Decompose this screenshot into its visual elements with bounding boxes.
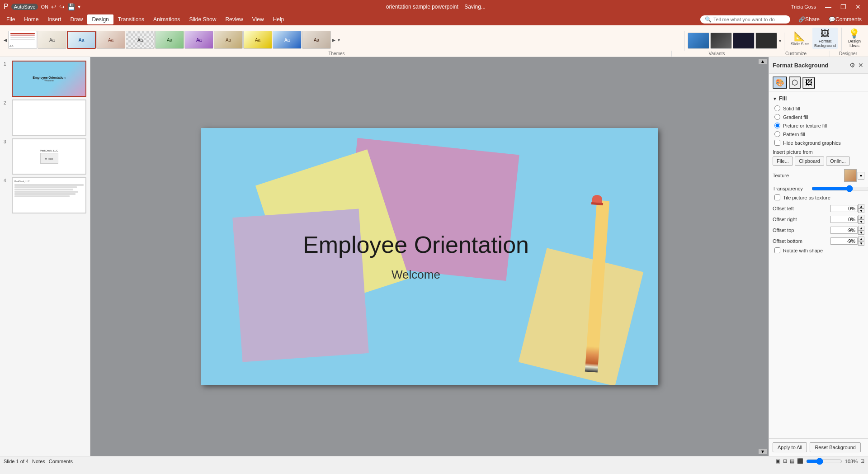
rotate-shape-checkbox[interactable] [774, 247, 780, 253]
variant-1[interactable] [688, 33, 709, 49]
tile-picture-checkbox[interactable] [774, 194, 780, 200]
format-background-ribbon-button[interactable]: 🖼 FormatBackground [812, 28, 838, 49]
slide-item-4[interactable]: 4 ParkDeck, LLC [4, 177, 86, 213]
slide-content[interactable]: Employee Orientation Welcome [280, 231, 552, 282]
variant-3[interactable] [733, 33, 755, 49]
slide-thumb-4[interactable]: ParkDeck, LLC [12, 177, 86, 213]
notes-button[interactable]: Notes [32, 459, 45, 464]
menu-help[interactable]: Help [269, 14, 289, 24]
picture-fill-radio[interactable] [774, 123, 780, 128]
menu-insert[interactable]: Insert [43, 14, 66, 24]
offset-left-input[interactable]: 0% [830, 205, 858, 212]
solid-fill-option[interactable]: Solid fill [773, 105, 864, 111]
texture-dropdown[interactable]: ▾ [858, 172, 864, 180]
variant-2[interactable] [710, 33, 732, 49]
share-button[interactable]: 🔗 Share [794, 14, 824, 24]
theme-2[interactable]: Aa [38, 31, 66, 49]
reset-background-button[interactable]: Reset Background [810, 442, 861, 452]
hide-background-checkbox[interactable] [774, 140, 780, 146]
theme-8[interactable]: Aa [214, 31, 243, 49]
offset-left-down[interactable]: ▼ [858, 209, 864, 213]
canvas-scroll-up[interactable]: ▲ [759, 59, 767, 64]
slide-thumb-3[interactable]: ParkDeck, LLC ★ logo [12, 138, 86, 175]
theme-10[interactable]: Aa [273, 31, 302, 49]
pattern-fill-option[interactable]: Pattern fill [773, 131, 864, 137]
gradient-fill-option[interactable]: Gradient fill [773, 114, 864, 120]
fill-effects-icon[interactable]: ⬡ [789, 76, 801, 89]
save-icon[interactable]: 💾 [67, 3, 75, 10]
picture-fill-option[interactable]: Picture or texture fill [773, 123, 864, 128]
offset-top-up[interactable]: ▲ [858, 226, 864, 230]
slide-canvas[interactable]: Employee Orientation Welcome [201, 128, 658, 385]
offset-bottom-up[interactable]: ▲ [858, 237, 864, 241]
offset-right-input[interactable]: 0% [830, 216, 858, 223]
theme-6[interactable]: Aa [155, 31, 184, 49]
slide-thumb-2[interactable] [12, 100, 86, 136]
canvas-scroll-down[interactable]: ▼ [759, 449, 767, 454]
fit-button[interactable]: ⊡ [860, 458, 864, 464]
apply-to-all-button[interactable]: Apply to All [773, 442, 807, 452]
theme-5[interactable]: Aa [126, 31, 155, 49]
fill-paint-icon[interactable]: 🎨 [773, 76, 787, 89]
offset-bottom-down[interactable]: ▼ [858, 241, 864, 246]
clipboard-button[interactable]: Clipboard [795, 156, 824, 166]
texture-preview[interactable] [844, 169, 857, 182]
slide-thumb-1[interactable]: Employee Orientation Welcome [12, 61, 86, 97]
theme-7[interactable]: Aa [184, 31, 213, 49]
design-ideas-button[interactable]: 💡 DesignIdeas [846, 27, 863, 49]
zoom-slider[interactable] [806, 458, 842, 465]
format-bg-close-button[interactable]: ✕ [857, 61, 864, 70]
fill-picture-icon[interactable]: 🖼 [802, 77, 815, 89]
transparency-slider[interactable] [811, 185, 868, 192]
gradient-fill-radio[interactable] [774, 114, 780, 120]
solid-fill-radio[interactable] [774, 105, 780, 111]
offset-right-down[interactable]: ▼ [858, 219, 864, 224]
present-button[interactable]: ⬛ [797, 458, 803, 464]
variant-4[interactable] [755, 33, 777, 49]
offset-top-down[interactable]: ▼ [858, 230, 864, 235]
theme-11[interactable]: Aa [302, 31, 331, 49]
slide-item-1[interactable]: 1 Employee Orientation Welcome [4, 61, 86, 97]
fill-section-header[interactable]: ▼ Fill [773, 95, 864, 102]
slide-sorter-button[interactable]: ⊞ [783, 458, 787, 464]
theme-ideas-design[interactable]: Aa [67, 31, 96, 49]
normal-view-button[interactable]: ▣ [776, 458, 780, 464]
offset-left-up[interactable]: ▲ [858, 204, 864, 209]
menu-file[interactable]: File [2, 14, 19, 24]
theme-office[interactable]: Aa [8, 31, 37, 49]
undo-icon[interactable]: ↩ [51, 3, 57, 10]
comments-button[interactable]: 💬 Comments [824, 14, 866, 24]
reading-view-button[interactable]: ▤ [790, 458, 794, 464]
menu-design[interactable]: Design [87, 14, 113, 24]
comments-status-button[interactable]: Comments [49, 459, 73, 464]
menu-review[interactable]: Review [221, 14, 247, 24]
theme-4[interactable]: Aa [96, 31, 125, 49]
file-button[interactable]: File... [773, 156, 793, 166]
themes-more-arrow[interactable]: ▾ [337, 38, 341, 43]
theme-9[interactable]: Aa [243, 31, 272, 49]
redo-icon[interactable]: ↪ [59, 3, 65, 10]
offset-top-input[interactable]: -9% [830, 227, 858, 234]
menu-transitions[interactable]: Transitions [113, 14, 149, 24]
slide-item-3[interactable]: 3 ParkDeck, LLC ★ logo [4, 138, 86, 175]
minimize-button[interactable]: — [821, 2, 835, 11]
autosave-toggle[interactable]: AutoSave [11, 4, 38, 10]
search-input[interactable] [713, 17, 786, 22]
online-button[interactable]: Onlin... [826, 156, 850, 166]
rotate-shape-option[interactable]: Rotate with shape [773, 247, 864, 253]
menu-draw[interactable]: Draw [66, 14, 87, 24]
variants-more-arrow[interactable]: ▾ [778, 38, 782, 43]
menu-animations[interactable]: Animations [149, 14, 184, 24]
themes-scroll-left[interactable]: ◂ [3, 35, 8, 44]
format-bg-settings-icon[interactable]: ⚙ [849, 61, 856, 70]
menu-home[interactable]: Home [19, 14, 43, 24]
pattern-fill-radio[interactable] [774, 131, 780, 137]
close-button[interactable]: ✕ [852, 2, 864, 11]
offset-right-up[interactable]: ▲ [858, 215, 864, 219]
offset-bottom-input[interactable]: -9% [830, 237, 858, 245]
slide-size-button[interactable]: 📐 Slide Size [789, 30, 811, 47]
hide-background-option[interactable]: Hide background graphics [773, 140, 864, 146]
menu-slideshow[interactable]: Slide Show [184, 14, 221, 24]
tile-picture-option[interactable]: Tile picture as texture [773, 194, 864, 200]
themes-scroll-right[interactable]: ▸ [331, 35, 336, 44]
